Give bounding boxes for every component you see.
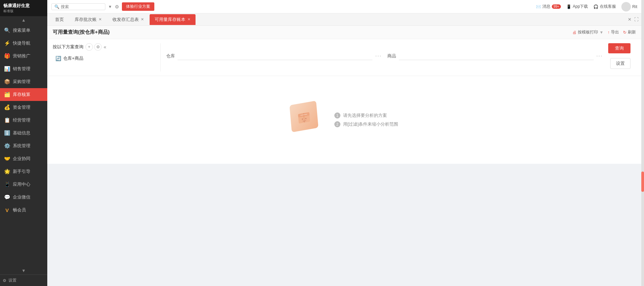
avatar <box>621 2 631 11</box>
sidebar-item-guide[interactable]: 🌟 新手引导 <box>0 165 47 178</box>
scheme-settings-btn[interactable]: ⚙ <box>94 43 102 51</box>
message-label: 消息 <box>542 4 550 9</box>
scheme-item-warehouse-goods[interactable]: 🔄 仓库+商品 <box>53 53 156 63</box>
sidebar: 畅康通好生意 标准版 ▲ 🔍 搜索菜单 ⚡ 快捷导航 🎁 营销推广 📊 销售管理… <box>0 0 47 286</box>
sidebar-settings[interactable]: ⚙ 设置 <box>0 275 47 286</box>
empty-box-icon <box>289 101 318 132</box>
close-tab-available[interactable]: ✕ <box>187 17 190 22</box>
export-btn[interactable]: ↑ 导出 <box>608 29 619 35</box>
export-icon: ↑ <box>608 30 610 35</box>
tab-batch[interactable]: 库存批次账 ✕ <box>70 14 107 25</box>
cooperation-icon: 🤝 <box>4 156 10 162</box>
filter-row: 仓库 ··· 商品 ··· 查询 设置 <box>166 43 630 69</box>
apps-icon: 📱 <box>4 181 10 187</box>
page-title: 可用量查询(按仓库+商品) <box>53 29 110 35</box>
guide-icon: 🌟 <box>4 168 10 175</box>
sidebar-item-label: 应用中心 <box>13 181 30 187</box>
sidebar-item-cooperation[interactable]: 🤝 企业协同 <box>0 152 47 165</box>
filter-actions: 查询 设置 <box>608 43 630 69</box>
warehouse-input[interactable] <box>178 52 372 60</box>
refresh-icon: ↻ <box>623 30 626 35</box>
home-tab-label: 首页 <box>55 17 64 23</box>
sidebar-item-wechat[interactable]: 💬 企业微信 <box>0 191 47 204</box>
headset-icon: 🎧 <box>593 4 598 9</box>
right-scrollbar[interactable] <box>641 0 644 286</box>
search-input[interactable] <box>61 4 102 9</box>
sidebar-item-label: 快捷导航 <box>13 40 30 46</box>
scheme-item-label: 仓库+商品 <box>63 55 83 61</box>
sidebar-item-label: 采购管理 <box>13 79 30 85</box>
tip-text-1: 请先选择要分析的方案 <box>343 112 387 119</box>
scroll-up-arrow[interactable]: ▲ <box>0 16 47 24</box>
export-label: 导出 <box>611 29 619 35</box>
main-area: 🔍 ▼ ⚙ 体验行业方案 ✉️ 消息 99+ 📱 App下载 🎧 在线客服 Ri… <box>47 0 641 286</box>
finance-icon: 💰 <box>4 104 10 110</box>
sidebar-nav: 🔍 搜索菜单 ⚡ 快捷导航 🎁 营销推广 📊 销售管理 📦 采购管理 🗂️ 库存… <box>0 24 47 267</box>
tab-available[interactable]: 可用量库存账本 ✕ <box>150 14 196 25</box>
industry-btn[interactable]: 体验行业方案 <box>122 2 154 11</box>
sidebar-item-system[interactable]: ⚙️ 系统管理 <box>0 139 47 152</box>
sidebar-item-search[interactable]: 🔍 搜索菜单 <box>0 24 47 37</box>
tab-summary[interactable]: 收发存汇总表 ✕ <box>107 14 149 25</box>
sidebar-item-label: 基础信息 <box>13 130 30 136</box>
sidebar-item-label: 畅会员 <box>13 207 26 213</box>
add-scheme-btn[interactable]: + <box>85 43 93 51</box>
sidebar-item-vip[interactable]: V 畅会员 <box>0 204 47 216</box>
goods-more-btn[interactable]: ··· <box>596 53 603 59</box>
message-btn[interactable]: ✉️ 消息 99+ <box>536 4 561 9</box>
sidebar-item-inventory[interactable]: 🗂️ 库存核算 <box>0 88 47 101</box>
tabs-bar: 首页 库存批次账 ✕ 收发存汇总表 ✕ 可用量库存账本 ✕ ✕ ⛶ <box>47 14 641 26</box>
shortcut-icon: ⚡ <box>4 40 10 46</box>
query-button[interactable]: 查询 <box>608 43 630 53</box>
sidebar-item-label: 系统管理 <box>13 143 30 149</box>
tab-home[interactable]: 首页 <box>50 14 69 25</box>
available-tab-label: 可用量库存账本 <box>155 17 185 23</box>
sidebar-item-shortcut[interactable]: ⚡ 快捷导航 <box>0 37 47 50</box>
search-icon: 🔍 <box>54 4 59 9</box>
sidebar-item-finance[interactable]: 💰 资金管理 <box>0 101 47 114</box>
sidebar-item-basic[interactable]: ℹ️ 基础信息 <box>0 127 47 139</box>
page-actions: 🖨 按模板打印 ▼ ↑ 导出 ↻ 刷新 <box>572 29 636 35</box>
empty-state: 1 请先选择要分析的方案 2 用[过滤]条件来缩小分析范围 <box>47 76 641 164</box>
sidebar-item-label: 企业微信 <box>13 194 30 200</box>
close-tab-summary[interactable]: ✕ <box>141 17 144 22</box>
close-tab-batch[interactable]: ✕ <box>99 17 102 22</box>
scheme-rotate-icon: 🔄 <box>55 56 61 61</box>
message-icon: ✉️ <box>536 4 541 9</box>
gear-icon[interactable]: ⚙ <box>115 4 119 9</box>
app-download-btn[interactable]: 📱 App下载 <box>566 4 588 9</box>
content-area: 可用量查询(按仓库+商品) 🖨 按模板打印 ▼ ↑ 导出 ↻ 刷新 <box>47 26 641 286</box>
scheme-header: 按以下方案查询 + ⚙ « <box>53 43 156 51</box>
empty-illustration <box>290 103 324 137</box>
sidebar-item-purchase[interactable]: 📦 采购管理 <box>0 75 47 88</box>
warehouse-more-btn[interactable]: ··· <box>375 53 382 59</box>
sidebar-item-marketing[interactable]: 🎁 营销推广 <box>0 50 47 62</box>
dropdown-arrow-icon[interactable]: ▼ <box>108 4 112 9</box>
sidebar-header: 畅康通好生意 标准版 <box>0 0 47 16</box>
expand-icon[interactable]: ⛶ <box>634 17 639 22</box>
sidebar-item-sales[interactable]: 📊 销售管理 <box>0 62 47 75</box>
settings-button[interactable]: 设置 <box>610 58 630 69</box>
topbar: 🔍 ▼ ⚙ 体验行业方案 ✉️ 消息 99+ 📱 App下载 🎧 在线客服 Ri… <box>47 0 641 14</box>
tabs-right-controls: ✕ ⛶ <box>628 17 639 22</box>
scrollbar-thumb[interactable] <box>641 172 644 192</box>
online-service-label: 在线客服 <box>600 4 616 9</box>
online-service-btn[interactable]: 🎧 在线客服 <box>593 4 616 9</box>
collapse-scheme-btn[interactable]: « <box>104 44 106 50</box>
refresh-btn[interactable]: ↻ 刷新 <box>623 29 636 35</box>
dropdown-icon[interactable]: ▼ <box>599 30 603 35</box>
scroll-down-arrow[interactable]: ▼ <box>0 267 47 275</box>
vip-icon: V <box>4 207 10 213</box>
user-profile[interactable]: Rit <box>621 2 637 11</box>
batch-tab-label: 库存批次账 <box>75 17 97 23</box>
print-btn[interactable]: 🖨 按模板打印 ▼ <box>572 29 603 35</box>
purchase-icon: 📦 <box>4 79 10 85</box>
sidebar-item-operation[interactable]: 📋 经营管理 <box>0 114 47 127</box>
close-all-icon[interactable]: ✕ <box>628 17 632 22</box>
search-icon: 🔍 <box>4 27 10 33</box>
topbar-search-box[interactable]: 🔍 <box>51 3 105 10</box>
sidebar-item-label: 企业协同 <box>13 156 30 162</box>
sidebar-item-apps[interactable]: 📱 应用中心 <box>0 178 47 191</box>
goods-input[interactable] <box>399 52 594 60</box>
sales-icon: 📊 <box>4 66 10 72</box>
